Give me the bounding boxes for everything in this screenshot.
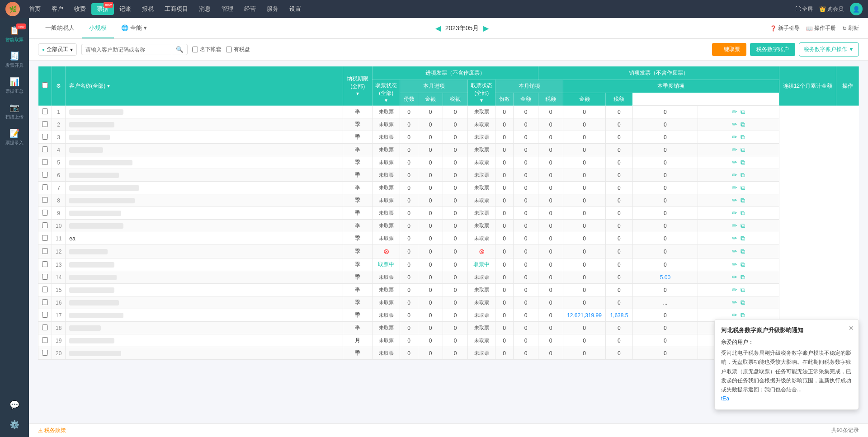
- nav-item-tax[interactable]: 报税: [137, 3, 159, 15]
- row-checkbox[interactable]: [42, 350, 48, 356]
- row-checkbox[interactable]: [42, 184, 48, 190]
- edit-icon[interactable]: ✏: [732, 171, 737, 179]
- row-checkbox[interactable]: [42, 210, 48, 216]
- filter-icon-period[interactable]: ▾: [356, 90, 359, 97]
- sidebar-item-config[interactable]: ⚙️: [1, 416, 28, 433]
- search-input[interactable]: [81, 44, 172, 55]
- tab-small[interactable]: 小规模: [82, 19, 114, 38]
- edit-icon[interactable]: ✏: [732, 248, 737, 255]
- digital-tax-account-ops-btn[interactable]: 税务数字账户操作 ▼: [799, 42, 859, 56]
- vip-btn[interactable]: 👑 购会员: [819, 5, 844, 13]
- row-checkbox[interactable]: [42, 337, 48, 343]
- row-checkbox[interactable]: [42, 299, 48, 305]
- edit-icon[interactable]: ✏: [732, 311, 737, 319]
- edit-icon[interactable]: ✏: [732, 286, 737, 293]
- user-avatar[interactable]: 👤: [850, 3, 863, 15]
- row-checkbox[interactable]: [42, 235, 48, 241]
- row-checkbox[interactable]: [42, 197, 48, 203]
- copy-icon[interactable]: ⧉: [741, 159, 745, 166]
- edit-icon[interactable]: ✏: [732, 121, 737, 128]
- row-checkbox[interactable]: [42, 134, 48, 140]
- edit-icon[interactable]: ✏: [732, 146, 737, 153]
- copy-icon[interactable]: ⧉: [741, 311, 745, 319]
- copy-icon[interactable]: ⧉: [741, 273, 745, 281]
- next-month-btn[interactable]: ▶: [483, 24, 489, 33]
- nav-item-manage[interactable]: 管理: [216, 3, 239, 15]
- copy-icon[interactable]: ⧉: [741, 261, 745, 268]
- row-checkbox[interactable]: [42, 146, 48, 152]
- tab-all[interactable]: 🌐 全能 ▾: [114, 19, 154, 38]
- edit-icon[interactable]: ✏: [732, 133, 737, 141]
- row-checkbox[interactable]: [42, 324, 48, 330]
- filter-icon-out-status[interactable]: ▾: [480, 97, 483, 103]
- tooltip-more-link[interactable]: tEa: [721, 395, 729, 402]
- edit-icon[interactable]: ✏: [732, 197, 737, 204]
- sidebar-item-invoice-entry[interactable]: 📝 票据录入: [1, 125, 28, 150]
- has-taxpad-checkbox-label[interactable]: 有税盘: [226, 46, 250, 53]
- nav-item-business[interactable]: 工商项目: [159, 3, 193, 15]
- edit-icon[interactable]: ✏: [732, 222, 737, 229]
- tax-policy-link[interactable]: ⚠ 税务政策: [38, 427, 66, 434]
- digital-tax-account-btn[interactable]: 税务数字账户: [750, 43, 795, 56]
- nav-item-home[interactable]: 首页: [24, 3, 46, 15]
- nav-item-message[interactable]: 消息: [193, 3, 216, 15]
- filter-icon-client[interactable]: ▾: [107, 83, 110, 89]
- tab-general[interactable]: 一般纳税人: [38, 19, 82, 38]
- operation-manual-btn[interactable]: 📖 操作手册: [806, 24, 836, 32]
- row-checkbox[interactable]: [42, 312, 48, 318]
- sidebar-item-scan-upload[interactable]: 📷 扫描上传: [1, 99, 28, 124]
- filter-icon-in-status[interactable]: ▾: [385, 97, 387, 103]
- copy-icon[interactable]: ⧉: [741, 209, 745, 216]
- prev-month-btn[interactable]: ◀: [435, 24, 441, 33]
- copy-icon[interactable]: ⧉: [741, 171, 745, 179]
- row-checkbox[interactable]: [42, 172, 48, 178]
- nav-item-bookkeep[interactable]: 记账: [114, 3, 137, 15]
- edit-icon[interactable]: ✏: [732, 108, 737, 115]
- sidebar-item-smart-invoice[interactable]: 📋 智能取票 new: [1, 22, 28, 47]
- copy-icon[interactable]: ⧉: [741, 146, 745, 153]
- nav-item-invoice[interactable]: 票据 new: [91, 3, 114, 15]
- row-checkbox[interactable]: [42, 248, 48, 254]
- refresh-btn[interactable]: ↻ 刷新: [842, 24, 859, 32]
- select-all-checkbox[interactable]: [42, 82, 48, 88]
- copy-icon[interactable]: ⧉: [741, 133, 745, 141]
- employee-filter[interactable]: ● 全部员工 ▾: [38, 43, 77, 56]
- tooltip-close-btn[interactable]: ✕: [849, 323, 854, 333]
- nav-item-settings[interactable]: 设置: [284, 3, 307, 15]
- row-checkbox[interactable]: [42, 274, 48, 280]
- edit-icon[interactable]: ✏: [732, 235, 737, 242]
- edit-icon[interactable]: ✏: [732, 261, 737, 268]
- my-accounts-checkbox[interactable]: [192, 47, 198, 52]
- copy-icon[interactable]: ⧉: [741, 197, 745, 204]
- edit-icon[interactable]: ✏: [732, 273, 737, 281]
- row-checkbox[interactable]: [42, 159, 48, 165]
- edit-icon[interactable]: ✏: [732, 209, 737, 216]
- nav-item-fee[interactable]: 收费: [69, 3, 91, 15]
- copy-icon[interactable]: ⧉: [741, 121, 745, 128]
- nav-item-client[interactable]: 客户: [46, 3, 69, 15]
- search-button[interactable]: 🔍: [172, 44, 188, 55]
- copy-icon[interactable]: ⧉: [741, 299, 745, 306]
- copy-icon[interactable]: ⧉: [741, 286, 745, 293]
- nav-item-service[interactable]: 服务: [261, 3, 284, 15]
- edit-icon[interactable]: ✏: [732, 159, 737, 166]
- copy-icon[interactable]: ⧉: [741, 184, 745, 191]
- has-taxpad-checkbox[interactable]: [226, 47, 232, 52]
- edit-icon[interactable]: ✏: [732, 299, 737, 306]
- row-checkbox[interactable]: [42, 108, 48, 114]
- row-checkbox[interactable]: [42, 287, 48, 292]
- sidebar-item-invoice-summary[interactable]: 📊 票据汇总: [1, 73, 28, 98]
- nav-item-business2[interactable]: 经营: [239, 3, 261, 15]
- copy-icon[interactable]: ⧉: [741, 108, 745, 115]
- copy-icon[interactable]: ⧉: [741, 248, 745, 255]
- fullscreen-btn[interactable]: ⛶ 全屏: [795, 5, 813, 13]
- copy-icon[interactable]: ⧉: [741, 222, 745, 229]
- edit-icon[interactable]: ✏: [732, 184, 737, 191]
- copy-icon[interactable]: ⧉: [741, 235, 745, 242]
- row-checkbox[interactable]: [42, 261, 48, 267]
- my-accounts-checkbox-label[interactable]: 名下帐套: [192, 46, 222, 53]
- row-checkbox[interactable]: [42, 222, 48, 228]
- row-checkbox[interactable]: [42, 121, 48, 127]
- new-user-guide-btn[interactable]: ❓ 新手引导: [770, 24, 800, 32]
- sidebar-item-message[interactable]: 💬: [1, 396, 28, 414]
